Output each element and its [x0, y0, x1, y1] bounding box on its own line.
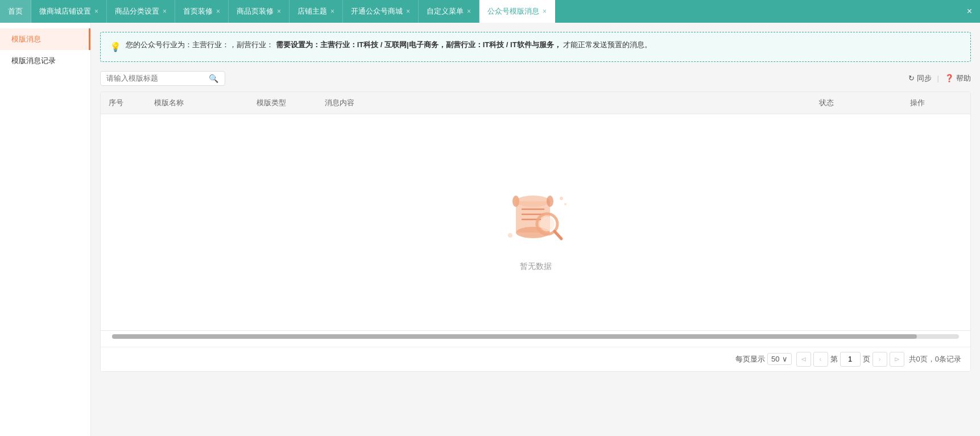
scroll-bar-area[interactable]: [101, 330, 970, 347]
sync-button[interactable]: ↻ 同步: [908, 73, 932, 84]
col-status: 状态: [811, 92, 902, 114]
sidebar: 模版消息 模版消息记录: [0, 23, 91, 436]
close-tab-custom-menu[interactable]: ×: [467, 7, 471, 15]
toolbar-right: ↻ 同步 | ❓ 帮助: [908, 73, 971, 84]
col-content: 消息内容: [317, 92, 811, 114]
svg-point-3: [512, 196, 519, 207]
notice-text: 您的公众号行业为：主营行业：，副营行业： 需要设置为：主营行业：IT科技 / 互…: [126, 39, 652, 51]
notice-box: 💡 您的公众号行业为：主营行业：，副营行业： 需要设置为：主营行业：IT科技 /…: [100, 32, 971, 62]
search-icon[interactable]: 🔍: [209, 74, 218, 83]
empty-illustration: [502, 184, 570, 252]
tab-category-setting[interactable]: 商品分类设置 ×: [107, 0, 175, 23]
svg-point-12: [564, 203, 567, 205]
empty-text: 暂无数据: [520, 261, 552, 272]
page-prev-button[interactable]: ‹: [813, 352, 828, 367]
sidebar-item-template-msg[interactable]: 模版消息: [0, 28, 90, 50]
scroll-thumb[interactable]: [112, 334, 917, 339]
page-nav: ⊲ ‹ 第 页 › ⊳: [796, 352, 904, 367]
help-button[interactable]: ❓ 帮助: [945, 73, 971, 84]
notice-icon: 💡: [110, 40, 121, 55]
col-type: 模版类型: [249, 92, 317, 114]
scroll-track[interactable]: [112, 334, 959, 339]
table-body: 暂无数据: [101, 114, 970, 330]
col-name: 模版名称: [146, 92, 249, 114]
page-input[interactable]: [840, 352, 861, 367]
close-tab-open-mall[interactable]: ×: [406, 7, 410, 15]
search-input[interactable]: [106, 74, 209, 82]
close-tab-product-decor[interactable]: ×: [277, 7, 281, 15]
divider: |: [937, 74, 939, 82]
svg-point-4: [547, 196, 553, 207]
search-input-wrap[interactable]: 🔍: [100, 71, 225, 86]
top-nav: 首页 微商城店铺设置 × 商品分类设置 × 首页装修 × 商品页装修 × 店铺主…: [0, 0, 980, 23]
pagination: 每页显示 50 ∨ ⊲ ‹ 第 页 › ⊳ 共0页，0条记录: [101, 347, 970, 371]
tab-home[interactable]: 首页: [0, 0, 31, 23]
page-total: 共0页，0条记录: [909, 354, 961, 364]
sidebar-item-template-msg-record[interactable]: 模版消息记录: [0, 50, 90, 72]
dropdown-chevron-icon: ∨: [782, 355, 788, 363]
tab-open-mall[interactable]: 开通公众号商城 ×: [343, 0, 419, 23]
main-content: 💡 您的公众号行业为：主营行业：，副营行业： 需要设置为：主营行业：IT科技 /…: [91, 23, 980, 436]
search-bar: 🔍 ↻ 同步 | ❓ 帮助: [100, 71, 971, 86]
page-last-button[interactable]: ⊳: [890, 352, 904, 367]
tab-store-theme[interactable]: 店铺主题 ×: [290, 0, 343, 23]
close-tab-store-theme[interactable]: ×: [330, 7, 334, 15]
svg-line-10: [555, 231, 561, 239]
help-icon: ❓: [945, 74, 954, 82]
close-tab-shop-setting[interactable]: ×: [94, 7, 98, 15]
col-index: 序号: [101, 92, 146, 114]
data-table: 序号 模版名称 模版类型 消息内容 状态 操作: [100, 92, 971, 372]
tab-custom-menu[interactable]: 自定义菜单 ×: [419, 0, 479, 23]
page-first-button[interactable]: ⊲: [796, 352, 811, 367]
page-size-dropdown[interactable]: 50 ∨: [767, 353, 791, 365]
page-size-select: 每页显示 50 ∨: [735, 353, 791, 365]
sync-icon: ↻: [908, 74, 915, 82]
svg-point-13: [508, 233, 512, 238]
tab-product-decor[interactable]: 商品页装修 ×: [229, 0, 290, 23]
tab-home-decor[interactable]: 首页装修 ×: [175, 0, 229, 23]
close-tab-template-msg[interactable]: ×: [543, 7, 547, 15]
col-action: 操作: [902, 92, 970, 114]
page-next-button[interactable]: ›: [873, 352, 887, 367]
close-tab-category-setting[interactable]: ×: [163, 7, 167, 15]
tab-template-msg[interactable]: 公众号模版消息 ×: [479, 0, 555, 23]
close-tab-home-decor[interactable]: ×: [216, 7, 220, 15]
tab-shop-setting[interactable]: 微商城店铺设置 ×: [31, 0, 107, 23]
layout: 模版消息 模版消息记录 💡 您的公众号行业为：主营行业：，副营行业： 需要设置为…: [0, 23, 980, 436]
close-all-button[interactable]: ×: [959, 6, 980, 16]
empty-state: 暂无数据: [502, 150, 570, 294]
svg-point-9: [540, 217, 555, 231]
svg-point-11: [560, 197, 563, 200]
table-header: 序号 模版名称 模版类型 消息内容 状态 操作: [101, 92, 970, 114]
